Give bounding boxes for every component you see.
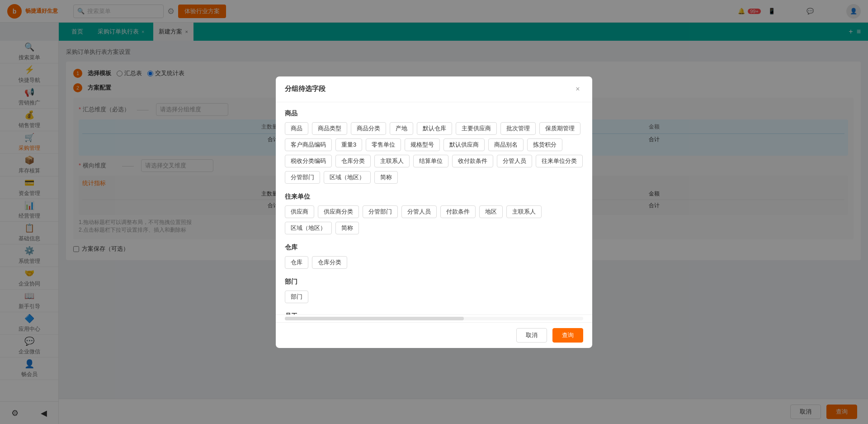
field-tag[interactable]: 产地 [390,122,413,135]
modal-scrollbar-area [276,314,592,322]
field-tag[interactable]: 税收分类编码 [285,155,332,167]
department-section-title: 部门 [285,278,583,286]
warehouse-section-title: 仓库 [285,243,583,252]
product-section-title: 商品 [285,110,583,118]
field-tag[interactable]: 商品别名 [488,138,524,151]
field-tag[interactable]: 分管人员 [401,205,437,218]
field-tag[interactable]: 零售单位 [366,138,401,151]
field-tag[interactable]: 客户商品编码 [285,138,332,151]
department-fields: 部门 [285,291,583,303]
field-tag[interactable]: 商品类型 [312,122,347,135]
field-tag[interactable]: 简称 [335,222,359,234]
field-tag[interactable]: 地区 [479,205,503,218]
field-tag[interactable]: 规格型号 [405,138,440,151]
modal-header: 分组待选字段 × [276,76,592,102]
modal-close-button[interactable]: × [572,84,583,95]
field-tag[interactable]: 商品 [285,122,308,135]
cancel-button[interactable]: 取消 [516,328,547,343]
field-tag[interactable]: 供应商 [285,205,314,218]
counterpart-section: 往来单位 供应商 供应商分类 分管部门 分管人员 付款条件 地区 主联系人 区域… [285,193,583,234]
modal-title: 分组待选字段 [285,85,326,93]
field-tag[interactable]: 商品分类 [351,122,386,135]
field-tag[interactable]: 结算单位 [413,155,448,167]
field-tag[interactable]: 仓库 [285,256,308,269]
field-tag[interactable]: 分管人员 [497,155,532,167]
field-tag[interactable]: 仓库分类 [335,155,371,167]
horizontal-scrollbar-thumb[interactable] [285,317,464,320]
field-tag[interactable]: 重量3 [335,138,362,151]
modal-body: 商品 商品 商品类型 商品分类 产地 默认仓库 主要供应商 批次管理 保质期管理… [276,102,592,314]
field-tag[interactable]: 主联系人 [374,155,410,167]
field-tag[interactable]: 部门 [285,291,308,303]
field-tag[interactable]: 分管部门 [363,205,398,218]
warehouse-section: 仓库 仓库 仓库分类 [285,243,583,269]
product-fields: 商品 商品类型 商品分类 产地 默认仓库 主要供应商 批次管理 保质期管理 客户… [285,122,583,184]
field-tag[interactable]: 主要供应商 [456,122,497,135]
field-tag[interactable]: 收付款条件 [452,155,493,167]
modal-overlay: 分组待选字段 × 商品 商品 商品类型 商品分类 产地 默认仓库 主要供应商 批… [0,0,868,424]
field-tag[interactable]: 主联系人 [506,205,542,218]
modal-footer: 取消 查询 [276,322,592,348]
product-section: 商品 商品 商品类型 商品分类 产地 默认仓库 主要供应商 批次管理 保质期管理… [285,110,583,184]
field-tag[interactable]: 仓库分类 [312,256,347,269]
department-section: 部门 部门 [285,278,583,303]
field-tag[interactable]: 默认仓库 [417,122,452,135]
counterpart-fields: 供应商 供应商分类 分管部门 分管人员 付款条件 地区 主联系人 区域（地区） … [285,205,583,234]
field-selection-modal: 分组待选字段 × 商品 商品 商品类型 商品分类 产地 默认仓库 主要供应商 批… [276,76,592,348]
warehouse-fields: 仓库 仓库分类 [285,256,583,269]
horizontal-scrollbar-track [285,317,583,320]
counterpart-section-title: 往来单位 [285,193,583,201]
field-tag[interactable]: 拣货积分 [527,138,562,151]
field-tag[interactable]: 供应商分类 [318,205,359,218]
field-tag[interactable]: 分管部门 [285,171,320,184]
field-tag[interactable]: 区域（地区） [285,222,332,234]
field-tag[interactable]: 简称 [374,171,398,184]
confirm-button[interactable]: 查询 [552,328,583,343]
field-tag[interactable]: 付款条件 [440,205,476,218]
field-tag[interactable]: 批次管理 [500,122,536,135]
field-tag[interactable]: 默认供应商 [443,138,485,151]
field-tag[interactable]: 保质期管理 [539,122,580,135]
field-tag[interactable]: 区域（地区） [324,171,371,184]
field-tag[interactable]: 往来单位分类 [536,155,583,167]
